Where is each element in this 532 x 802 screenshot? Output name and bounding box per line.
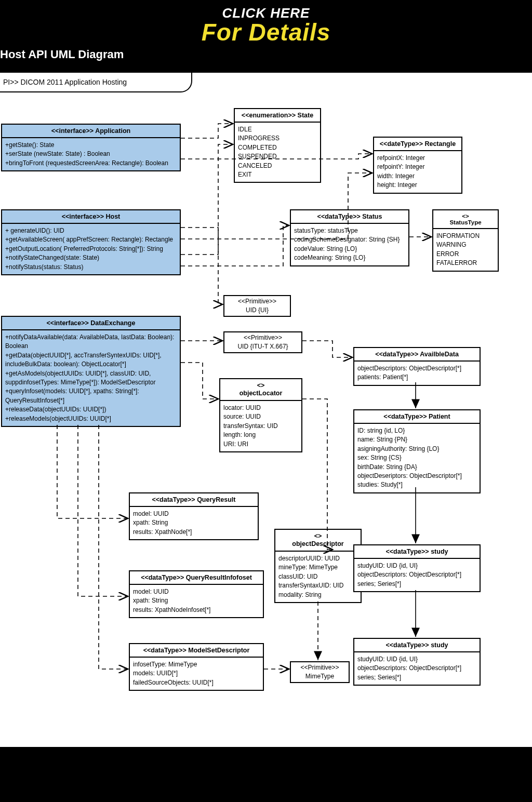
literal: CANCELED	[238, 162, 317, 170]
class-body: infosetType: MimeType models: UUID[*] fa…	[130, 658, 263, 690]
attribute: codeValue: String {LO}	[294, 245, 405, 253]
class-body: statusType: statusType codingSchemeDesig…	[291, 224, 408, 265]
class-title: <<interface>> DataExchange	[2, 317, 180, 330]
class-body: refpointX: Integer refpointY: Integer wi…	[374, 151, 461, 193]
literal: COMPLETED	[238, 143, 317, 152]
attribute: refpointY: Integer	[377, 163, 458, 171]
class-title: <<dataType>> AvailbleData	[354, 348, 480, 362]
attribute: refpointX: Integer	[377, 154, 458, 163]
stereotype: <<Primitive>>	[291, 662, 349, 673]
attribute: source: UUID	[223, 412, 298, 421]
operation: +queryInfoset(models: UUID[*], xpaths: S…	[5, 387, 177, 405]
class-title: <<dataType>> Status	[291, 210, 408, 224]
footer-bar	[0, 747, 532, 802]
hero-banner[interactable]: CLICK HERE For Details Host API UML Diag…	[0, 0, 532, 73]
class-title: <>objectDescriptor	[275, 530, 361, 552]
class-title: <<dataType>> QueryResult	[130, 493, 258, 507]
class-dataexchange: <<interface>> DataExchange +notifyDataAv…	[1, 316, 181, 427]
class-title: <<interface>> Application	[2, 125, 180, 138]
class-body: IDLE INPROGRESS COMPLETED SUSPENDED CANC…	[235, 123, 320, 182]
attribute: model: UUID	[133, 510, 255, 518]
class-body: +notifyDataAvailable(data: AvailableData…	[2, 330, 180, 426]
attribute: name: String {PN}	[357, 435, 476, 444]
class-title: <<interface>> Host	[2, 210, 180, 224]
class-status: <<dataType>> Status statusType: statusTy…	[290, 209, 409, 266]
class-study-1: <<dataType>> study studyUID: UID {id, UI…	[353, 544, 481, 592]
class-body: model: UUID xpath: String results: Xpath…	[130, 507, 258, 539]
operation: +getAvailableScreen( appPrefScreen: Rect…	[5, 235, 177, 244]
class-body: studyUID: UID {id, UI} objectDescriptors…	[354, 559, 480, 591]
class-study-2: <<dataType>> study studyUID: UID {id, UI…	[353, 638, 481, 686]
attribute: mineType: MimeType	[278, 563, 357, 572]
literal: SUSPENDED	[238, 152, 317, 161]
class-title: <<dataType>> study	[354, 639, 480, 652]
primitive-uid-ui: <<Primitive>> UID {UI}	[223, 295, 291, 317]
class-body: ID: string {id, LO} name: String {PN} as…	[354, 424, 480, 492]
literal: EXIT	[238, 170, 317, 179]
class-patient: <<dataType>> Patient ID: string {id, LO}…	[353, 409, 481, 493]
class-rectangle: <<dateType>> Rectangle refpointX: Intege…	[373, 137, 462, 194]
attribute: classUID: UID	[278, 572, 357, 581]
attribute: studies: Study[*]	[357, 480, 476, 489]
attribute: models: UUID[*]	[133, 669, 260, 678]
class-queryresultinfoset: <<dataType>> QueryResultInfofoset model:…	[129, 570, 264, 618]
class-title: <<enumeration>> State	[235, 109, 320, 123]
class-body: objectDescriptors: ObjectDescriptor[*] p…	[354, 362, 480, 385]
attribute: model: UUID	[133, 587, 260, 596]
attribute: results: XpathNodeInfoset[*]	[133, 606, 260, 614]
attribute: birthDate: String {DA}	[357, 463, 476, 472]
class-title: <<dataType>> study	[354, 545, 480, 559]
class-body: descriptorUUID: UUID mineType: MimeType …	[275, 552, 361, 602]
attribute: failedSourceObjects: UUID[*]	[133, 678, 260, 687]
attribute: xpath: String	[133, 518, 255, 527]
operation: + generateUID(): UID	[5, 226, 177, 235]
operation: +notifyStateChanged(state: State)	[5, 253, 177, 262]
attribute: transferSyntax: UID	[223, 422, 298, 431]
literal: INPROGRESS	[238, 134, 317, 143]
package-tab: PI>> DICOM 2011 Application Hosting	[0, 73, 192, 92]
attribute: studyUID: UID {id, UI}	[357, 562, 476, 570]
attribute: sex: String {CS}	[357, 453, 476, 462]
attribute: width: Integer	[377, 172, 458, 181]
primitive-uid-itu: <<Primitive>> UID {ITU-T X.667}	[223, 331, 302, 353]
attribute: patients: Patient[*]	[357, 373, 476, 382]
operation: +notifyDataAvailable(data: AvailableData…	[5, 333, 177, 351]
for-details-text: For Details	[0, 18, 532, 46]
class-body: model: UUID xpath: String results: Xpath…	[130, 585, 263, 617]
attribute: infosetType: MimeType	[133, 660, 260, 669]
class-queryresult: <<dataType>> QueryResult model: UUID xpa…	[129, 492, 259, 540]
uml-canvas: <<interface>> Application +getState(): S…	[0, 92, 532, 747]
class-state: <<enumeration>> State IDLE INPROGRESS CO…	[234, 108, 321, 183]
attribute: results: XpathNode[*]	[133, 528, 255, 537]
attribute: objectDescriptors: ObjectDescriptor[*]	[357, 570, 476, 579]
primitive-name: UID {UI}	[224, 306, 290, 316]
literal: IDLE	[238, 125, 317, 134]
stereotype: <<Primitive>>	[224, 332, 301, 343]
attribute: height: Integer	[377, 181, 458, 190]
attribute: xpath: String	[133, 596, 260, 605]
class-title: <<dateType>> Rectangle	[374, 138, 461, 151]
class-title: <<dataType>> ModelSetDescriptor	[130, 644, 263, 658]
operation: +releaseModels(objectUUIDs: UUID[*]	[5, 415, 177, 423]
class-application: <<interface>> Application +getState(): S…	[1, 124, 181, 171]
attribute: descriptorUUID: UUID	[278, 554, 357, 563]
class-title: <>StatusType	[433, 210, 498, 229]
attribute: objectDescriptors: ObjectDescriptor[*]	[357, 364, 476, 373]
attribute: ID: string {id, LO}	[357, 426, 476, 435]
class-body: locator: UUID source: UUID transferSynta…	[220, 401, 301, 451]
class-body: + generateUID(): UID +getAvailableScreen…	[2, 224, 180, 274]
attribute: objectDescriptors: ObjectDescriptor[*]	[357, 664, 476, 673]
attribute: modality: String	[278, 591, 357, 599]
diagram-subtitle: Host API UML Diagram	[0, 48, 124, 61]
class-body: +getState(): State +serState (newState: …	[2, 138, 180, 170]
class-objectlocator: <>objectLocator locator: UUID source: UU…	[219, 378, 302, 452]
stereotype: <<Primitive>>	[224, 296, 290, 306]
literal: FATALERROR	[436, 259, 495, 268]
class-modelsetdescriptor: <<dataType>> ModelSetDescriptor infosetT…	[129, 643, 264, 691]
class-body: INFORMATION WARNING ERROR FATALERROR	[433, 229, 498, 271]
class-statustype: <>StatusType INFORMATION WARNING ERROR F…	[432, 209, 499, 272]
attribute: series; Series[*]	[357, 580, 476, 589]
primitive-name: MimeType	[291, 673, 349, 682]
operation: +serState (newState: State) : Boolean	[5, 150, 177, 158]
attribute: locator: UUID	[223, 404, 298, 412]
